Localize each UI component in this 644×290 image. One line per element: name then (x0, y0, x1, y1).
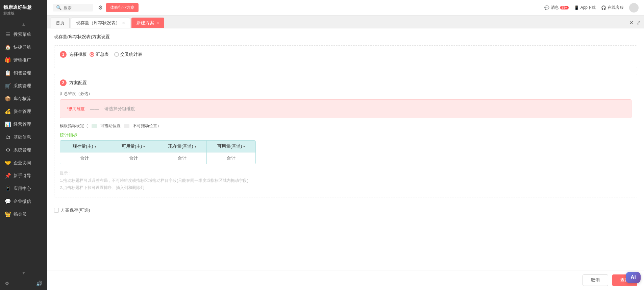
non-draggable-label: 不可拖动位置） (133, 123, 161, 129)
chevron-col2: ▾ (195, 145, 196, 148)
sidebar-item-enterprise-weixin[interactable]: 💬 企业微信 (0, 195, 47, 208)
sidebar-item-member[interactable]: 👑 畅会员 (0, 208, 47, 221)
finance-icon: 💰 (5, 108, 11, 115)
ai-float-button[interactable]: Ai (626, 272, 641, 283)
sidebar-label-basic-info: 基础信息 (14, 134, 31, 140)
sidebar-item-newbie[interactable]: 📌 新手引导 (0, 169, 47, 182)
sidebar-label-enterprise-weixin: 企业微信 (14, 198, 31, 204)
online-service-btn[interactable]: 🎧 在线客服 (601, 5, 624, 10)
non-draggable-indicator (124, 124, 129, 128)
sidebar-item-sales[interactable]: 📋 销售管理 (0, 67, 47, 79)
system-icon: ⚙ (5, 147, 11, 153)
tab-new-scheme[interactable]: 新建方案 ✕ (131, 18, 164, 28)
dimension-dash: —— (90, 106, 99, 112)
settings-icon[interactable]: ⚙ (5, 281, 9, 287)
col-available-aux[interactable]: 可用量(基辅) ▾ (207, 141, 255, 152)
cell-total-1: 合计 (109, 152, 158, 164)
search-icon: 🔍 (56, 5, 61, 10)
action-bar: 取消 查询 (47, 270, 644, 290)
sidebar-item-marketing[interactable]: 🎁 营销推广 (0, 54, 47, 67)
app-center-icon: 📱 (5, 186, 11, 192)
tab-home-label: 首页 (56, 20, 65, 26)
tips-title: 提示： (60, 171, 72, 175)
basic-info-icon: 🗂 (5, 134, 11, 140)
radio-cross-label: 交叉统计表 (120, 51, 142, 57)
sidebar-item-operation[interactable]: 📊 经营管理 (0, 118, 47, 131)
sidebar-item-finance[interactable]: 💰 资金管理 (0, 105, 47, 118)
app-download-btn[interactable]: 📱 App下载 (574, 5, 596, 10)
gear-icon[interactable]: ⚙ (98, 4, 103, 11)
app-logo: 畅康通好生意 标准版 (0, 0, 47, 20)
col-current-aux-label: 现存量(基辅) (168, 143, 193, 149)
online-service-label: 在线客服 (608, 5, 624, 10)
sidebar-nav: ☰ 搜索菜单 🏠 快捷导航 🎁 营销推广 📋 销售管理 🛒 采购管理 📦 库存核… (0, 28, 47, 269)
sidebar-item-app-center[interactable]: 📱 应用中心 (0, 182, 47, 195)
radio-summary-circle (90, 52, 94, 57)
message-icon: 💬 (544, 5, 549, 10)
col-current-main[interactable]: 现存量(主) ▾ (60, 141, 109, 152)
dimension-box[interactable]: *纵向维度 —— 请选择分组维度 (60, 99, 631, 118)
app-edition: 标准版 (3, 11, 44, 16)
draggable-indicator (92, 124, 97, 128)
content-area: 现存量(库存状况表)方案设置 1 选择模板 汇总表 交叉统计表 (47, 28, 644, 270)
scroll-down-btn[interactable]: ▼ (0, 269, 47, 277)
tab-home[interactable]: 首页 (51, 18, 70, 28)
template-radio-group: 汇总表 交叉统计表 (90, 51, 142, 57)
search-box[interactable]: 🔍 (53, 4, 93, 11)
sidebar-label-member: 畅会员 (14, 211, 27, 217)
cell-total-2: 合计 (158, 152, 207, 164)
stats-table-header: 现存量(主) ▾ 可用量(主) ▾ 现存量(基辅) ▾ 可用量(基辅) ▾ (60, 141, 255, 152)
sidebar-item-system[interactable]: ⚙ 系统管理 (0, 144, 47, 156)
sidebar: 畅康通好生意 标准版 ▲ ☰ 搜索菜单 🏠 快捷导航 🎁 营销推广 📋 销售管理… (0, 0, 47, 290)
cancel-button[interactable]: 取消 (583, 274, 608, 286)
chevron-col1: ▾ (143, 145, 145, 148)
sidebar-item-purchase[interactable]: 🛒 采购管理 (0, 79, 47, 92)
sidebar-item-inventory[interactable]: 📦 库存核算 (0, 92, 47, 105)
message-label: 消息 (551, 5, 559, 10)
sidebar-item-search-menu[interactable]: ☰ 搜索菜单 (0, 28, 47, 41)
expand-icon[interactable]: ⤢ (636, 20, 641, 26)
radio-cross[interactable]: 交叉统计表 (114, 51, 142, 57)
sidebar-label-marketing: 营销推广 (14, 57, 31, 63)
tab-inventory-close-icon[interactable]: ✕ (122, 21, 125, 25)
save-checkbox[interactable] (54, 208, 59, 213)
indicator-setting-text: 模板指标设定（ (60, 123, 88, 129)
chevron-col0: ▾ (95, 145, 96, 148)
app-name: 畅康通好生意 (3, 4, 44, 11)
indicator-setting-header: 模板指标设定（ 可拖动位置 不可拖动位置） (60, 123, 631, 129)
scroll-up-btn[interactable]: ▲ (0, 20, 47, 28)
app-download-icon: 📱 (574, 5, 579, 10)
speaker-icon[interactable]: 🔊 (36, 281, 43, 287)
purchase-icon: 🛒 (5, 83, 11, 89)
tab-new-scheme-close-icon[interactable]: ✕ (156, 21, 159, 25)
message-btn[interactable]: 💬 消息 99+ (544, 5, 569, 10)
close-window-icon[interactable]: ✕ (629, 20, 634, 26)
newbie-icon: 📌 (5, 173, 11, 179)
save-option: 方案保存(可选) (54, 203, 637, 216)
col-current-aux[interactable]: 现存量(基辅) ▾ (158, 141, 207, 152)
dimension-required-label: *纵向维度 (67, 106, 85, 112)
sidebar-label-finance: 资金管理 (14, 108, 31, 115)
save-option-label: 方案保存(可选) (61, 207, 90, 213)
col-available-main[interactable]: 可用量(主) ▾ (109, 141, 158, 152)
section2-header: 2 方案配置 (60, 79, 631, 86)
col-available-main-label: 可用量(主) (122, 143, 142, 149)
section2-num: 2 (60, 79, 67, 86)
tip-1: 1.拖动标题栏可以调整布局，不可跨维度或指标区域拖动栏目字段(只能在同一维度或指… (60, 177, 631, 185)
radio-summary-label: 汇总表 (96, 51, 109, 57)
tip-2: 2.点击标题栏下拉可设置排序、插入列和删除列 (60, 184, 631, 192)
statistics-label: 统计指标 (60, 132, 631, 138)
sidebar-item-basic-info[interactable]: 🗂 基础信息 (0, 131, 47, 144)
sidebar-item-quick-nav[interactable]: 🏠 快捷导航 (0, 41, 47, 54)
user-avatar[interactable] (629, 3, 639, 13)
headset-icon: 🎧 (601, 5, 606, 10)
radio-summary[interactable]: 汇总表 (90, 51, 109, 57)
radio-cross-circle (114, 52, 119, 57)
tabbar-controls: ✕ ⤢ (629, 20, 641, 26)
sidebar-item-enterprise[interactable]: 🤝 企业协同 (0, 156, 47, 169)
tab-inventory-status[interactable]: 现存量（库存状况表） ✕ (71, 18, 130, 28)
experience-btn[interactable]: 体验行业方案 (106, 3, 139, 12)
enterprise-icon: 🤝 (5, 160, 11, 166)
enterprise-weixin-icon: 💬 (5, 198, 11, 204)
search-input[interactable] (64, 5, 87, 10)
